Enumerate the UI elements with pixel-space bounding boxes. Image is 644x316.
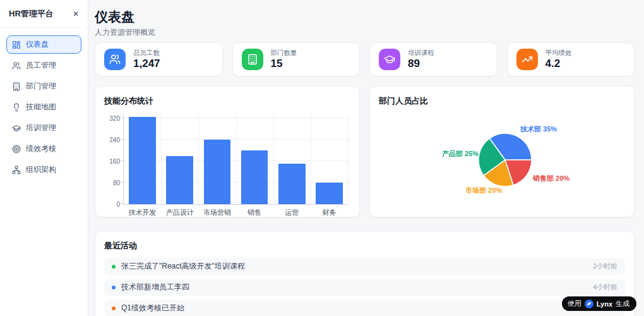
stat-card-total-employees: 总员工数 1,247 bbox=[95, 42, 223, 76]
pie-label-sales: 销售部 20% bbox=[533, 174, 569, 183]
pie-label-product: 产品部 25% bbox=[442, 149, 479, 159]
bar-category-label: 产品设计 bbox=[161, 208, 198, 217]
target-icon bbox=[12, 145, 21, 154]
activity-text: 张三完成了"React高级开发"培训课程 bbox=[121, 261, 587, 272]
bar-市场营销 bbox=[204, 140, 231, 204]
status-dot bbox=[112, 307, 116, 310]
org-chart-icon bbox=[12, 166, 21, 174]
graduation-cap-icon bbox=[12, 124, 21, 133]
bar-chart-plot: 080160240320技术开发产品设计市场营销销售运营财务 bbox=[123, 114, 348, 205]
skill-bar-chart-card: 技能分布统计 080160240320技术开发产品设计市场营销销售运营财务 bbox=[95, 86, 360, 217]
activity-text: Q1绩效考核已开始 bbox=[121, 303, 612, 313]
stat-label: 培训课程 bbox=[408, 49, 434, 57]
sidebar-item-org-structure[interactable]: 组织架构 bbox=[6, 161, 81, 179]
sidebar-nav: 仪表盘 员工管理 部门管理 技能地图 培训管理 绩效考核 组织架构 bbox=[0, 28, 88, 189]
bar-category-label: 销售 bbox=[236, 208, 273, 217]
stat-label: 平均绩效 bbox=[546, 49, 572, 57]
bar-slot: 运营 bbox=[273, 114, 311, 204]
status-dot bbox=[112, 286, 116, 289]
bar-运营 bbox=[278, 164, 306, 204]
bar-产品设计 bbox=[166, 156, 193, 204]
recent-activity-card: 最近活动 张三完成了"React高级开发"培训课程 2小时前 技术部新增员工李四… bbox=[95, 231, 635, 316]
bar-slot: 财务 bbox=[311, 114, 348, 204]
y-tick-label: 320 bbox=[104, 115, 120, 122]
stat-value: 4.2 bbox=[546, 58, 572, 70]
stat-label: 总员工数 bbox=[133, 49, 160, 57]
bar-slot: 市场营销 bbox=[198, 114, 236, 204]
activity-text: 技术部新增员工李四 bbox=[121, 282, 587, 293]
app-title: HR管理平台 bbox=[9, 8, 54, 20]
sidebar-item-label: 员工管理 bbox=[26, 60, 56, 71]
building-icon bbox=[242, 49, 263, 70]
stat-label: 部门数量 bbox=[271, 49, 297, 57]
stat-value: 15 bbox=[271, 58, 297, 70]
status-dot bbox=[112, 265, 116, 269]
people-icon bbox=[104, 49, 126, 70]
sidebar-item-label: 培训管理 bbox=[26, 123, 56, 133]
stat-value: 89 bbox=[408, 58, 434, 70]
bar-slot: 销售 bbox=[236, 114, 273, 204]
activity-time: 4小时前 bbox=[593, 283, 617, 292]
sidebar-item-label: 绩效考核 bbox=[26, 143, 56, 154]
lynx-badge-brand: Lynx bbox=[597, 300, 612, 308]
charts-row: 技能分布统计 080160240320技术开发产品设计市场营销销售运营财务 部门… bbox=[95, 86, 635, 217]
page-subtitle: 人力资源管理概览 bbox=[95, 27, 635, 37]
lynx-badge-suffix: 生成 bbox=[616, 299, 629, 308]
sidebar-item-label: 仪表盘 bbox=[26, 39, 49, 50]
recent-activity-title: 最近活动 bbox=[104, 240, 625, 252]
sidebar-item-dashboard[interactable]: 仪表盘 bbox=[6, 35, 81, 54]
bar-财务 bbox=[316, 183, 343, 204]
sidebar-item-label: 技能地图 bbox=[26, 102, 56, 112]
main-content: 仪表盘 人力资源管理概览 总员工数 1,247 部门数量 15 bbox=[88, 0, 644, 316]
building-icon bbox=[12, 82, 21, 91]
pie-svg bbox=[477, 132, 533, 188]
sidebar-item-employees[interactable]: 员工管理 bbox=[6, 56, 81, 75]
sidebar-item-training[interactable]: 培训管理 bbox=[6, 119, 81, 137]
sidebar-header: HR管理平台 ✕ bbox=[0, 0, 88, 28]
activity-time: 2小时前 bbox=[593, 262, 617, 271]
pie-label-tech: 技术部 35% bbox=[520, 125, 557, 134]
y-tick-label: 160 bbox=[104, 158, 120, 165]
bar-category-label: 财务 bbox=[311, 208, 348, 217]
graduation-cap-icon bbox=[379, 49, 400, 70]
sidebar-item-label: 组织架构 bbox=[26, 164, 56, 175]
people-icon bbox=[12, 61, 21, 70]
stats-row: 总员工数 1,247 部门数量 15 培训课程 89 bbox=[95, 42, 635, 76]
bar-category-label: 运营 bbox=[273, 208, 311, 217]
stat-card-training-courses: 培训课程 89 bbox=[369, 42, 498, 76]
bar-slot: 产品设计 bbox=[161, 114, 198, 204]
y-tick-label: 80 bbox=[104, 179, 120, 186]
lynx-badge[interactable]: 使用 Lynx 生成 bbox=[562, 296, 636, 311]
activity-row: 张三完成了"React高级开发"培训课程 2小时前 bbox=[104, 258, 625, 275]
activity-row: 技术部新增员工李四 4小时前 bbox=[104, 279, 625, 296]
sidebar-item-performance[interactable]: 绩效考核 bbox=[6, 140, 81, 158]
bar-chart-title: 技能分布统计 bbox=[104, 95, 350, 107]
bar-销售 bbox=[241, 150, 268, 204]
sidebar: HR管理平台 ✕ 仪表盘 员工管理 部门管理 技能地图 培训管理 绩效考核 bbox=[0, 0, 88, 316]
lightbulb-icon bbox=[12, 103, 21, 112]
bar-slot: 技术开发 bbox=[124, 114, 161, 204]
pie-chart-title: 部门人员占比 bbox=[379, 95, 625, 107]
sidebar-item-label: 部门管理 bbox=[26, 81, 56, 92]
trend-up-icon bbox=[516, 49, 538, 70]
dashboard-icon bbox=[12, 40, 21, 49]
stat-value: 1,247 bbox=[133, 58, 160, 70]
department-pie-chart-card: 部门人员占比 技术部 35% 销售部 20% 市场部 20% 产品部 25% bbox=[369, 86, 635, 217]
sidebar-item-departments[interactable]: 部门管理 bbox=[6, 77, 81, 95]
bar-category-label: 市场营销 bbox=[198, 208, 236, 217]
pie-label-marketing: 市场部 20% bbox=[465, 186, 502, 195]
close-icon[interactable]: ✕ bbox=[73, 10, 79, 18]
sidebar-item-skill-map[interactable]: 技能地图 bbox=[6, 98, 81, 116]
lynx-logo-icon bbox=[585, 300, 593, 308]
y-tick-label: 240 bbox=[104, 137, 120, 143]
y-tick-label: 0 bbox=[104, 201, 120, 208]
bar-category-label: 技术开发 bbox=[124, 208, 161, 217]
page-title: 仪表盘 bbox=[95, 9, 635, 25]
v-gridline bbox=[348, 114, 349, 204]
activity-row: Q1绩效考核已开始 bbox=[104, 300, 625, 316]
lynx-badge-prefix: 使用 bbox=[568, 299, 581, 308]
bar-技术开发 bbox=[129, 117, 156, 204]
stat-card-avg-performance: 平均绩效 4.2 bbox=[507, 42, 635, 76]
stat-card-departments: 部门数量 15 bbox=[232, 42, 361, 76]
